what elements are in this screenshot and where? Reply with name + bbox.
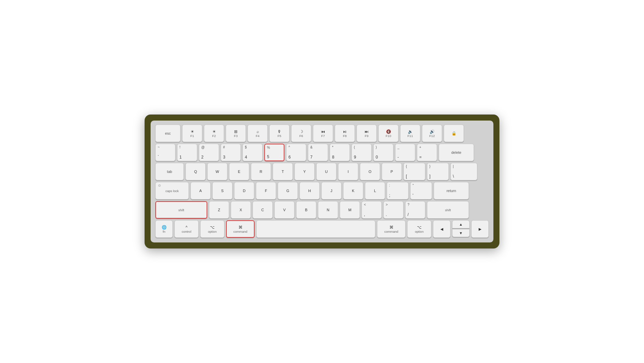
- key-b[interactable]: B: [296, 201, 316, 219]
- key-esc[interactable]: esc: [155, 125, 180, 142]
- key-7[interactable]: & 7: [308, 144, 328, 161]
- key-n[interactable]: N: [318, 201, 338, 219]
- key-option-right[interactable]: ⌥ option: [407, 220, 431, 238]
- key-arrow-right[interactable]: ▶: [471, 220, 489, 238]
- key-control[interactable]: ^ control: [174, 220, 199, 238]
- key-command-left[interactable]: ⌘ command: [226, 220, 255, 238]
- key-z[interactable]: Z: [209, 201, 229, 219]
- key-g[interactable]: G: [278, 182, 298, 199]
- key-shift-left[interactable]: shift: [155, 201, 207, 219]
- key-o[interactable]: O: [360, 163, 380, 180]
- key-f6[interactable]: ☽ F6: [291, 125, 311, 142]
- key-f5[interactable]: 🎙 F5: [269, 125, 289, 142]
- key-command-right[interactable]: ⌘ command: [377, 220, 406, 238]
- key-arrow-up[interactable]: ▲: [452, 220, 470, 228]
- key-5[interactable]: % 5: [264, 144, 284, 161]
- key-m[interactable]: M: [340, 201, 360, 219]
- key-e[interactable]: E: [229, 163, 249, 180]
- c-label: C: [261, 208, 264, 212]
- key-q[interactable]: Q: [185, 163, 206, 180]
- key-fn[interactable]: 🌐 fn: [155, 220, 173, 238]
- key-c[interactable]: C: [253, 201, 273, 219]
- key-caps-lock[interactable]: caps lock: [155, 182, 189, 199]
- key-option-left[interactable]: ⌥ option: [200, 220, 224, 238]
- quote-top: ": [413, 184, 414, 187]
- q-label: Q: [194, 170, 197, 174]
- key7-bottom: 7: [310, 155, 313, 160]
- key-t[interactable]: T: [273, 163, 293, 180]
- key-f8[interactable]: ⏯ F8: [335, 125, 355, 142]
- key-4[interactable]: $ 4: [243, 144, 263, 161]
- key-p[interactable]: P: [382, 163, 402, 180]
- key-f1[interactable]: ☀ F1: [182, 125, 202, 142]
- key-9[interactable]: ( 9: [352, 144, 372, 161]
- f12-label: F12: [429, 134, 435, 138]
- key5-top: %: [267, 146, 270, 149]
- key-f10[interactable]: 🔇 F10: [378, 125, 398, 142]
- key-y[interactable]: Y: [294, 163, 315, 180]
- key-arrow-down[interactable]: ▼: [452, 229, 470, 237]
- key-backslash[interactable]: | \: [450, 163, 477, 180]
- key-w[interactable]: W: [207, 163, 227, 180]
- key-delete[interactable]: delete: [439, 144, 474, 161]
- semicolon-bottom: ;: [389, 193, 390, 198]
- z-label: Z: [218, 208, 220, 212]
- key-f12[interactable]: 🔊 F12: [422, 125, 442, 142]
- option-right-label: option: [415, 230, 424, 233]
- key-3[interactable]: # 3: [221, 144, 241, 161]
- key-0[interactable]: ) 0: [373, 144, 393, 161]
- key-u[interactable]: U: [316, 163, 336, 180]
- key-slash[interactable]: ? /: [405, 201, 425, 219]
- key-arrow-left[interactable]: ◀: [433, 220, 450, 238]
- key-bracket-close[interactable]: } ]: [427, 163, 449, 180]
- key-f7[interactable]: ⏮ F7: [313, 125, 333, 142]
- f5-icon: 🎙: [277, 129, 281, 134]
- tilde-top: ~: [158, 145, 160, 149]
- key-k[interactable]: K: [343, 182, 363, 199]
- key-f2[interactable]: ☀ F2: [204, 125, 224, 142]
- a-label: A: [199, 189, 202, 193]
- key-s[interactable]: S: [212, 182, 232, 199]
- key-d[interactable]: D: [234, 182, 254, 199]
- key-f11[interactable]: 🔉 F11: [400, 125, 420, 142]
- key-f[interactable]: F: [256, 182, 276, 199]
- keyboard-inner: esc ☀ F1 ☀ F2 ⊞ F3 ⌕ F4 🎙 F5: [151, 121, 493, 242]
- key-shift-right[interactable]: shift: [427, 201, 469, 219]
- key-period[interactable]: > .: [383, 201, 404, 219]
- key-a[interactable]: A: [191, 182, 211, 199]
- key-i[interactable]: I: [338, 163, 358, 180]
- v-label: V: [283, 208, 285, 212]
- key-8[interactable]: * 8: [330, 144, 350, 161]
- key-6[interactable]: ^ 6: [286, 144, 306, 161]
- tilde-bottom: `: [158, 155, 159, 160]
- u-label: U: [325, 170, 328, 174]
- key-f4[interactable]: ⌕ F4: [248, 125, 268, 142]
- f8-label: F8: [343, 134, 346, 138]
- key-j[interactable]: J: [321, 182, 341, 199]
- key0-bottom: 0: [376, 155, 378, 160]
- key-return[interactable]: return: [434, 182, 469, 199]
- key-l[interactable]: L: [365, 182, 385, 199]
- key-v[interactable]: V: [274, 201, 294, 219]
- key-equals[interactable]: + =: [417, 144, 437, 161]
- key-space[interactable]: [256, 220, 375, 238]
- key-comma[interactable]: < ,: [362, 201, 382, 219]
- key-quote[interactable]: " ': [410, 182, 432, 199]
- key-tilde[interactable]: ~ `: [155, 144, 175, 161]
- key-h[interactable]: H: [300, 182, 320, 199]
- key-bracket-open[interactable]: { [: [404, 163, 425, 180]
- key-r[interactable]: R: [251, 163, 271, 180]
- key-minus[interactable]: _ -: [395, 144, 415, 161]
- key9-bottom: 9: [354, 155, 356, 160]
- key-tab[interactable]: tab: [155, 163, 184, 180]
- key-x[interactable]: X: [231, 201, 251, 219]
- arrow-right-symbol: ▶: [479, 227, 481, 231]
- key-2[interactable]: @ 2: [199, 144, 219, 161]
- key-1[interactable]: ! 1: [177, 144, 197, 161]
- key-f9[interactable]: ⏭ F9: [357, 125, 377, 142]
- arrow-left-symbol: ◀: [440, 227, 443, 231]
- key-f3[interactable]: ⊞ F3: [226, 125, 246, 142]
- f5-label: F5: [277, 134, 281, 138]
- key-semicolon[interactable]: : ;: [387, 182, 409, 199]
- key-lock[interactable]: 🔒: [444, 125, 464, 142]
